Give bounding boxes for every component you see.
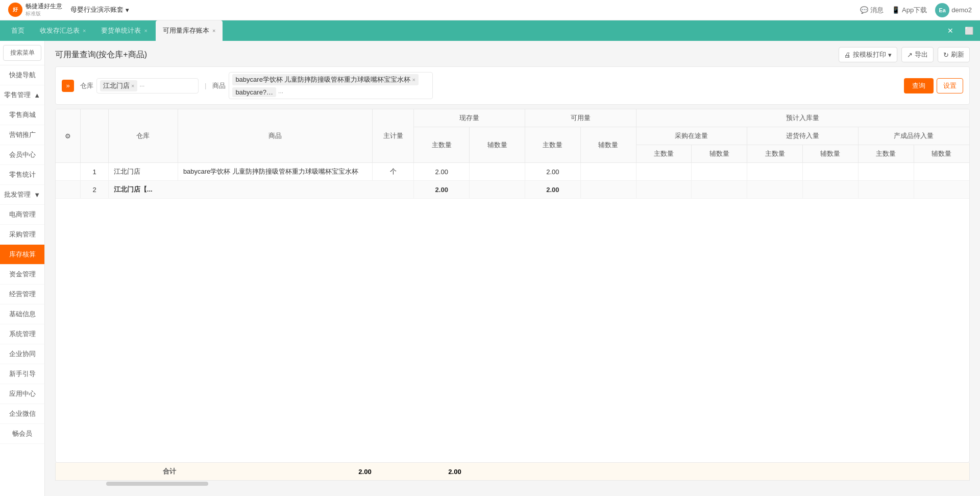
user-area[interactable]: Ea demo2: [935, 3, 972, 17]
tab-home[interactable]: 首页: [4, 20, 32, 41]
filter-divider: |: [205, 82, 206, 89]
product-more-icon[interactable]: ···: [278, 89, 283, 96]
tab-order-stats-close[interactable]: ×: [144, 28, 147, 34]
window-maximize-button[interactable]: ⬜: [962, 23, 976, 38]
sidebar-system-label: 系统管理: [9, 330, 36, 338]
sidebar-item-app-center[interactable]: 应用中心: [0, 384, 44, 404]
sidebar-item-newbie[interactable]: 新手引导: [0, 364, 44, 384]
sidebar-item-quicknav[interactable]: 快捷导航: [0, 65, 44, 85]
product-tag2-text: babycare?…: [235, 88, 273, 96]
sidebar-newbie-label: 新手引导: [9, 370, 36, 377]
refresh-label: 刷新: [951, 50, 964, 59]
refresh-button[interactable]: ↻ 刷新: [938, 47, 970, 62]
sidebar-item-member[interactable]: 会员中心: [0, 145, 44, 165]
th-current-stock: 现存量: [414, 109, 525, 127]
page-title: 可用量查询(按仓库+商品): [55, 50, 147, 60]
sub-pi-sub: [803, 181, 859, 199]
download-icon: 📱: [892, 6, 900, 14]
window-close-button[interactable]: ✕: [943, 23, 958, 38]
product-tag1-close[interactable]: ×: [412, 77, 415, 83]
sidebar-item-inventory[interactable]: 库存核算: [0, 245, 44, 265]
export-button[interactable]: ↗ 导出: [901, 47, 934, 62]
footer-current-main: 2.00: [345, 468, 385, 476]
message-button[interactable]: 💬 消息: [860, 6, 884, 15]
sidebar-item-finance[interactable]: 资金管理: [0, 265, 44, 285]
table-header-row1: ⚙ 仓库 商品 主计量 现存量 可用量 预计入库量: [56, 109, 969, 127]
th-settings[interactable]: ⚙: [56, 109, 81, 163]
sidebar-item-marketing[interactable]: 营销推广: [0, 125, 44, 145]
top-bar: 好 畅捷通好生意 标准版 母婴行业演示账套 ▾ 💬 消息 📱 App下载 Ea …: [0, 0, 980, 20]
scrollbar-thumb[interactable]: [106, 482, 208, 486]
th-avail-sub: 辅数量: [580, 127, 636, 163]
template-print-button[interactable]: 🖨 按模板打印 ▾: [839, 47, 897, 62]
nav-right: ✕ ⬜: [943, 20, 976, 41]
product-tag-container[interactable]: babycare学饮杯 儿童防摔防撞吸管杯重力球吸嘴杯宝宝水杯 × babyca…: [229, 72, 433, 99]
sub-current-sub: [470, 181, 525, 199]
sidebar-item-ecommerce[interactable]: 电商管理: [0, 205, 44, 225]
th-pt-main: 主数量: [636, 145, 692, 163]
sidebar-purchase-label: 采购管理: [9, 230, 36, 238]
sub-avail-sub: [580, 181, 636, 199]
sidebar: 搜索菜单 快捷导航 零售管理 ▲ 零售商城 营销推广 会员中心 零售统计 批发管…: [0, 41, 45, 496]
th-current-sub: 辅数量: [470, 127, 525, 163]
sidebar-item-retail-stats[interactable]: 零售统计: [0, 165, 44, 185]
query-button[interactable]: 查询: [904, 78, 934, 93]
tab-order-stats[interactable]: 要货单统计表 ×: [94, 20, 154, 41]
logo-sub: 标准版: [26, 10, 62, 17]
table-container: ⚙ 仓库 商品 主计量 现存量 可用量 预计入库量 主数量 辅数量 主数量 辅数…: [55, 109, 970, 463]
sidebar-retail-stats-label: 零售统计: [9, 171, 36, 178]
th-no: [81, 109, 108, 163]
sidebar-item-purchase[interactable]: 采购管理: [0, 225, 44, 245]
sidebar-app-center-label: 应用中心: [9, 390, 36, 397]
product-filter-group: 商品 babycare学饮杯 儿童防摔防撞吸管杯重力球吸嘴杯宝宝水杯 × bab…: [212, 72, 433, 99]
sidebar-ecommerce-label: 电商管理: [9, 210, 36, 218]
row1-current-sub: [470, 163, 525, 181]
app-download-button[interactable]: 📱 App下载: [892, 6, 927, 15]
chevron-down-icon: ▾: [126, 6, 129, 14]
warehouse-tag-close[interactable]: ×: [131, 83, 134, 89]
sidebar-enterprise-label: 企业协同: [9, 350, 36, 358]
footer-avail-main: 2.00: [434, 468, 475, 476]
search-menu-button[interactable]: 搜索菜单: [3, 45, 41, 61]
refresh-icon: ↻: [943, 51, 949, 59]
th-pt-sub: 辅数量: [692, 145, 747, 163]
tab-receive-send-close[interactable]: ×: [83, 28, 86, 34]
wholesale-mgmt-arrow-icon: ▼: [34, 191, 40, 199]
sidebar-item-wechat[interactable]: 企业微信: [0, 404, 44, 424]
filter-expand-button[interactable]: »: [62, 80, 74, 92]
sidebar-operations-label: 经营管理: [9, 290, 36, 298]
warehouse-tag-text: 江北门店: [103, 81, 130, 90]
industry-selector[interactable]: 母婴行业演示账套 ▾: [66, 3, 133, 16]
sidebar-item-retail-mgmt[interactable]: 零售管理 ▲: [0, 85, 44, 105]
page-header: 可用量查询(按仓库+商品) 🖨 按模板打印 ▾ ↗ 导出 ↻ 刷新: [45, 41, 980, 66]
sidebar-wholesale-mgmt-label: 批发管理: [4, 190, 31, 199]
table-subtotal-row: 2 江北门店【... 2.00 2.00: [56, 181, 969, 199]
sidebar-basic-info-label: 基础信息: [9, 310, 36, 318]
logo-icon: 好: [8, 3, 22, 17]
tab-available-stock-close[interactable]: ×: [212, 28, 215, 34]
row1-current-main: 2.00: [414, 163, 470, 181]
sidebar-item-system[interactable]: 系统管理: [0, 324, 44, 344]
horizontal-scrollbar[interactable]: [55, 481, 970, 486]
row1-product: babycare学饮杯 儿童防摔防撞吸管杯重力球吸嘴杯宝宝水杯: [178, 163, 372, 181]
sidebar-marketing-label: 营销推广: [9, 131, 36, 138]
tab-available-stock[interactable]: 可用量库存账本 ×: [156, 20, 223, 41]
warehouse-tag-container[interactable]: 江北门店 × ···: [96, 78, 199, 93]
sidebar-item-member2[interactable]: 畅会员: [0, 424, 44, 444]
print-icon: 🖨: [844, 51, 851, 59]
industry-label: 母婴行业演示账套: [70, 5, 124, 14]
sidebar-item-basic-info[interactable]: 基础信息: [0, 304, 44, 324]
warehouse-more-icon[interactable]: ···: [139, 82, 144, 89]
sidebar-item-operations[interactable]: 经营管理: [0, 285, 44, 304]
row1-no: 1: [81, 163, 108, 181]
nav-tabs: 首页 收发存汇总表 × 要货单统计表 × 可用量库存账本 × ✕ ⬜: [0, 20, 980, 41]
sidebar-item-wholesale-mgmt[interactable]: 批发管理 ▼: [0, 185, 44, 205]
tab-receive-send[interactable]: 收发存汇总表 ×: [33, 20, 93, 41]
sidebar-item-retail-mall[interactable]: 零售商城: [0, 105, 44, 125]
warehouse-tag: 江北门店 ×: [100, 80, 137, 91]
setting-button[interactable]: 设置: [937, 78, 963, 93]
content-area: 可用量查询(按仓库+商品) 🖨 按模板打印 ▾ ↗ 导出 ↻ 刷新: [45, 41, 980, 496]
sidebar-item-enterprise[interactable]: 企业协同: [0, 344, 44, 364]
top-bar-left: 好 畅捷通好生意 标准版 母婴行业演示账套 ▾: [8, 3, 133, 17]
sub-prod-main: [858, 181, 914, 199]
